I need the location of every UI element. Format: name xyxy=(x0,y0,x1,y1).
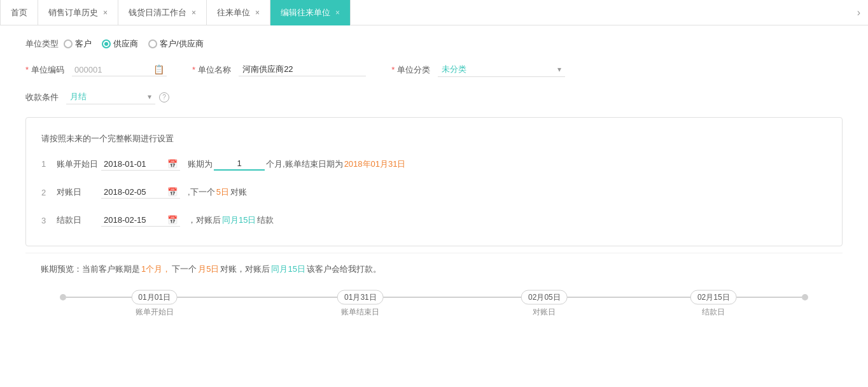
unit-code-required-star: * xyxy=(25,65,29,74)
preview-prefix: 账期预览：当前客户账期是 xyxy=(41,264,140,275)
tab-more-button[interactable]: › xyxy=(850,7,868,18)
row-2-desc: ,下一个 5日 对账 xyxy=(188,186,247,198)
radio-customer-label: 客户 xyxy=(75,38,92,50)
timeline-node-1-badge: 01月01日 xyxy=(131,290,178,305)
row-1-date-field[interactable] xyxy=(104,159,167,169)
timeline-track: 01月01日 01月31日 02月05日 02月15日 xyxy=(66,297,802,298)
payment-terms-select[interactable]: 月结 ▾ xyxy=(66,90,155,104)
row-2-num: 2 xyxy=(41,188,57,197)
timeline-label-2: 账单结束日 xyxy=(341,307,379,318)
row-3-date-field[interactable] xyxy=(104,215,167,225)
unit-code-copy-icon[interactable]: 📋 xyxy=(153,64,164,74)
tab-cash-work-label: 钱货日清工作台 xyxy=(129,7,186,18)
tab-counterparty-label: 往来单位 xyxy=(217,7,250,18)
timeline-start-dot xyxy=(60,294,66,300)
radio-customer-circle xyxy=(64,39,73,48)
unit-category-label: 单位分类 xyxy=(397,64,430,76)
row-3-desc: ，对账后 同月15日 结款 xyxy=(188,215,274,226)
timeline-node-1: 01月01日 xyxy=(131,290,178,305)
unit-category-select[interactable]: 未分类 ▾ xyxy=(438,62,565,77)
settings-title: 请按照未来的一个完整帐期进行设置 xyxy=(41,133,827,144)
timeline-node-4: 02月15日 xyxy=(690,290,737,305)
tab-home[interactable]: 首页 xyxy=(0,0,38,25)
row-3-calendar-icon[interactable]: 📅 xyxy=(167,215,178,225)
tab-sales-history-label: 销售订单历史 xyxy=(48,7,98,18)
preview-reconcile-suffix: 对账，对账后 xyxy=(220,264,270,275)
preview-period: 1个月， xyxy=(141,264,171,275)
row-2-date-field[interactable] xyxy=(104,187,167,197)
tab-counterparty[interactable]: 往来单位 × xyxy=(207,0,270,25)
unit-type-row: 单位类型 客户 供应商 客户/供应商 xyxy=(25,38,843,50)
preview-text: 账期预览：当前客户账期是 1个月， 下一个 月5日 对账，对账后 同月15日 该… xyxy=(41,264,827,275)
settings-row-3: 3 结款日 📅 ，对账后 同月15日 结款 xyxy=(41,214,827,227)
timeline-end-dot xyxy=(802,294,808,300)
payment-terms-value: 月结 xyxy=(70,91,145,102)
radio-both[interactable]: 客户/供应商 xyxy=(148,38,204,50)
row-1-desc: 账期为 个月,账单结束日期为 2018年01月31日 xyxy=(188,157,405,171)
row-1-calendar-icon[interactable]: 📅 xyxy=(167,159,178,169)
payment-terms-field: 收款条件 月结 ▾ ? xyxy=(25,90,169,104)
timeline-node-4-badge: 02月15日 xyxy=(690,290,737,305)
unit-type-radio-group: 客户 供应商 客户/供应商 xyxy=(64,38,204,50)
timeline-container: 01月01日 01月31日 02月05日 02月15日 xyxy=(41,294,827,326)
preview-reconcile-prefix: 下一个 xyxy=(172,264,197,275)
radio-supplier-label: 供应商 xyxy=(113,38,138,50)
row-2-date-input: 📅 xyxy=(101,186,180,199)
unit-name-input[interactable] xyxy=(239,64,366,76)
unit-name-label: 单位名称 xyxy=(198,64,231,76)
main-content: 单位类型 客户 供应商 客户/供应商 * 单位编码 xyxy=(0,25,868,387)
row-3-num: 3 xyxy=(41,216,57,225)
row-2-highlight: 5日 xyxy=(216,186,229,198)
tab-cash-work-close[interactable]: × xyxy=(192,8,196,17)
code-name-row: * 单位编码 📋 * 单位名称 * 单位分类 未分类 ▾ xyxy=(25,62,843,77)
tab-cash-work[interactable]: 钱货日清工作台 × xyxy=(118,0,207,25)
radio-customer[interactable]: 客户 xyxy=(64,38,92,50)
row-2-calendar-icon[interactable]: 📅 xyxy=(167,187,178,197)
row-3-date-input: 📅 xyxy=(101,214,180,227)
timeline-node-2-badge: 01月31日 xyxy=(337,290,384,305)
unit-category-arrow-icon: ▾ xyxy=(557,65,561,74)
timeline-label-1: 账单开始日 xyxy=(136,307,174,318)
timeline-node-3-badge: 02月05日 xyxy=(521,290,568,305)
tab-counterparty-close[interactable]: × xyxy=(255,8,260,17)
payment-terms-row: 收款条件 月结 ▾ ? xyxy=(25,90,843,104)
row-1-label: 账单开始日 xyxy=(57,158,101,170)
row-2-label: 对账日 xyxy=(57,186,101,198)
tab-edit-counterparty-close[interactable]: × xyxy=(335,8,340,17)
tab-bar: 首页 销售订单历史 × 钱货日清工作台 × 往来单位 × 编辑往来单位 × › xyxy=(0,0,868,25)
row-3-desc-after: 结款 xyxy=(257,215,274,226)
radio-supplier[interactable]: 供应商 xyxy=(102,38,138,50)
timeline-node-3: 02月05日 xyxy=(521,290,568,305)
row-1-end-date: 2018年01月31日 xyxy=(344,158,406,170)
settings-row-2: 2 对账日 📅 ,下一个 5日 对账 xyxy=(41,186,827,199)
preview-section: 账期预览：当前客户账期是 1个月， 下一个 月5日 对账，对账后 同月15日 该… xyxy=(25,253,843,336)
unit-code-label: 单位编码 xyxy=(31,64,64,76)
radio-both-circle xyxy=(148,39,157,48)
timeline-label-3: 对账日 xyxy=(533,307,556,318)
row-2-desc-before: ,下一个 xyxy=(188,186,215,198)
tab-sales-history-close[interactable]: × xyxy=(103,8,108,17)
row-3-label: 结款日 xyxy=(57,215,101,226)
tab-edit-counterparty[interactable]: 编辑往来单位 × xyxy=(270,0,351,25)
row-2-desc-after: 对账 xyxy=(230,186,247,198)
period-input[interactable] xyxy=(214,157,265,171)
preview-payment-day: 同月15日 xyxy=(271,264,305,275)
tab-sales-history[interactable]: 销售订单历史 × xyxy=(38,0,118,25)
row-1-num: 1 xyxy=(41,159,57,169)
row-3-highlight: 同月15日 xyxy=(222,215,256,226)
row-1-desc-before: 账期为 xyxy=(188,158,213,170)
unit-category-field: * 单位分类 未分类 ▾ xyxy=(391,62,565,77)
unit-type-field: 单位类型 客户 供应商 客户/供应商 xyxy=(25,38,204,50)
timeline-label-4: 结款日 xyxy=(702,307,725,318)
radio-supplier-circle xyxy=(102,39,111,48)
row-1-desc-unit: 个月,账单结束日期为 xyxy=(266,158,343,170)
payment-terms-arrow-icon: ▾ xyxy=(148,92,151,101)
unit-code-input[interactable] xyxy=(74,65,151,74)
unit-category-value: 未分类 xyxy=(442,64,555,75)
unit-code-field: * 单位编码 📋 xyxy=(25,63,167,76)
tab-edit-counterparty-label: 编辑往来单位 xyxy=(281,7,330,18)
preview-suffix: 该客户会给我打款。 xyxy=(307,264,381,275)
row-1-date-input: 📅 xyxy=(101,158,180,171)
help-icon[interactable]: ? xyxy=(159,92,169,102)
unit-name-required-star: * xyxy=(192,65,195,74)
